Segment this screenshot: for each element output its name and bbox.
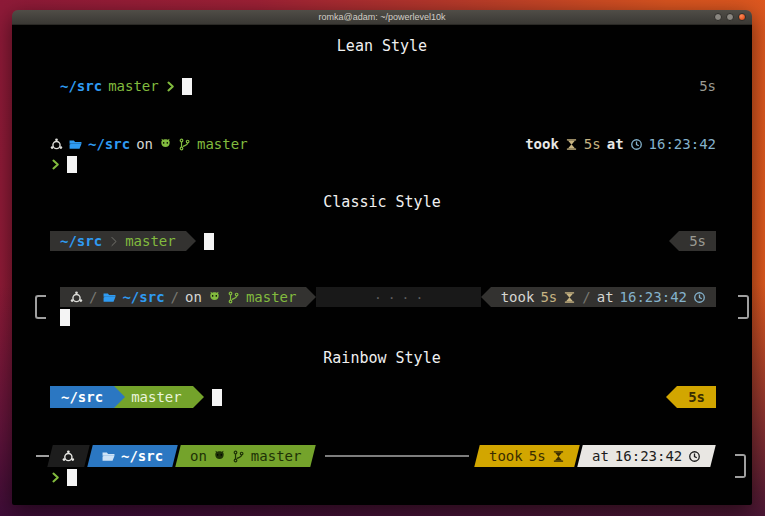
on-label: on (136, 136, 153, 152)
timestamp: 16:23:42 (620, 289, 687, 305)
folder-icon (103, 291, 116, 304)
took-label: took (489, 448, 523, 464)
prompt-connection-line (325, 455, 470, 457)
powerline-segment-os-dir-git: / ~/src / on master (60, 287, 306, 307)
hourglass-icon (565, 138, 578, 151)
ubuntu-logo-icon (62, 450, 75, 463)
timestamp: 16:23:42 (649, 136, 716, 152)
powerline-arrow-icon (481, 287, 491, 307)
lean-prompt-multiline-top: ~/src on master took 5s at 16:23:42 (50, 133, 716, 155)
slash-separator: / (171, 289, 179, 305)
current-directory: ~/src (122, 289, 164, 305)
classic-prompt-single: ~/src master 5s (50, 230, 716, 252)
section-heading-classic: Classic Style (12, 193, 752, 211)
on-label: on (190, 448, 207, 464)
cursor-block (212, 389, 222, 406)
classic-prompt-multiline-bottom (50, 306, 716, 328)
cursor-block (67, 469, 77, 486)
took-label: took (525, 136, 559, 152)
command-duration: 5s (540, 289, 557, 305)
git-branch: master (251, 448, 302, 464)
prompt-frame-left-bracket (35, 295, 46, 319)
window-controls (714, 13, 746, 21)
powerline-arrow-icon (114, 386, 125, 408)
git-branch-icon (232, 450, 245, 463)
powerline-segment-git: on master (175, 445, 316, 467)
prompt-chevron-icon (50, 159, 61, 170)
prompt-frame-right-bracket (735, 454, 746, 478)
powerline-segment-git: master (114, 386, 193, 408)
prompt-frame-left-stub (36, 455, 49, 457)
powerline-arrow-icon (193, 386, 204, 408)
powerline-arrow-icon (669, 231, 679, 251)
desktop-background: romka@adam: ~/powerlevel10k Lean Style ~… (0, 0, 765, 516)
powerline-segment-duration: 5s (679, 231, 716, 251)
git-branch: master (108, 78, 159, 94)
rainbow-prompt-single: ~/src master 5s (50, 386, 716, 408)
cursor-block (67, 156, 77, 173)
lean-prompt-multiline-bottom (50, 153, 716, 175)
git-branch: master (246, 289, 297, 305)
prompt-frame-right-bracket (738, 295, 749, 319)
clock-icon (688, 450, 701, 463)
classic-prompt-multiline-top: / ~/src / on master ···· (50, 286, 716, 308)
powerline-segment-dir: ~/src (87, 445, 178, 467)
hourglass-icon (552, 450, 565, 463)
filler-dots: ···· (368, 290, 429, 305)
prompt-connection-filler: ···· (316, 287, 480, 307)
command-duration: 5s (584, 136, 601, 152)
window-title: romka@adam: ~/powerlevel10k (12, 10, 752, 24)
git-branch-icon (178, 138, 191, 151)
maximize-button[interactable] (726, 13, 734, 21)
window-titlebar[interactable]: romka@adam: ~/powerlevel10k (12, 10, 752, 25)
rainbow-prompt-multiline-bottom (50, 466, 716, 488)
section-heading-lean: Lean Style (12, 37, 752, 55)
slash-separator: / (582, 289, 590, 305)
powerline-segment-duration: took 5s (474, 445, 579, 467)
command-duration: 5s (688, 389, 705, 405)
command-duration: 5s (699, 78, 716, 94)
minimize-button[interactable] (714, 13, 722, 21)
ubuntu-logo-icon (70, 291, 83, 304)
current-directory: ~/src (60, 233, 102, 249)
powerline-segment-duration: 5s (677, 386, 716, 408)
rainbow-prompt-multiline-top: ~/src on master took (50, 445, 716, 467)
powerline-segment-dir: ~/src (50, 386, 114, 408)
git-branch-icon (227, 291, 240, 304)
git-branch: master (197, 136, 248, 152)
github-icon (159, 138, 172, 151)
git-branch: master (125, 233, 176, 249)
powerline-segment-dir-git: ~/src master (50, 231, 186, 251)
on-label: on (185, 289, 202, 305)
clock-icon (630, 138, 643, 151)
github-icon (213, 450, 226, 463)
command-duration: 5s (689, 233, 706, 249)
terminal-window: romka@adam: ~/powerlevel10k Lean Style ~… (12, 10, 752, 505)
folder-icon (69, 138, 82, 151)
command-duration: 5s (529, 448, 546, 464)
current-directory: ~/src (121, 448, 163, 464)
at-label: at (597, 289, 614, 305)
close-button[interactable] (738, 13, 746, 21)
segment-separator-chevron-icon (108, 236, 119, 247)
prompt-chevron-icon (50, 472, 61, 483)
powerline-segment-os (47, 445, 89, 467)
powerline-arrow-icon (666, 386, 677, 408)
powerline-arrow-icon (306, 287, 316, 307)
cursor-block (60, 309, 70, 326)
timestamp: 16:23:42 (615, 448, 682, 464)
clock-icon (693, 291, 706, 304)
at-label: at (592, 448, 609, 464)
took-label: took (501, 289, 535, 305)
prompt-chevron-icon (165, 81, 176, 92)
terminal-screen[interactable]: Lean Style ~/src master 5s ~/src (12, 25, 752, 505)
github-icon (208, 291, 221, 304)
current-directory: ~/src (88, 136, 130, 152)
cursor-block (182, 78, 192, 95)
powerline-arrow-icon (186, 231, 196, 251)
at-label: at (607, 136, 624, 152)
lean-prompt-single: ~/src master 5s (50, 75, 716, 97)
current-directory: ~/src (60, 78, 102, 94)
slash-separator: / (89, 289, 97, 305)
current-directory: ~/src (61, 389, 103, 405)
